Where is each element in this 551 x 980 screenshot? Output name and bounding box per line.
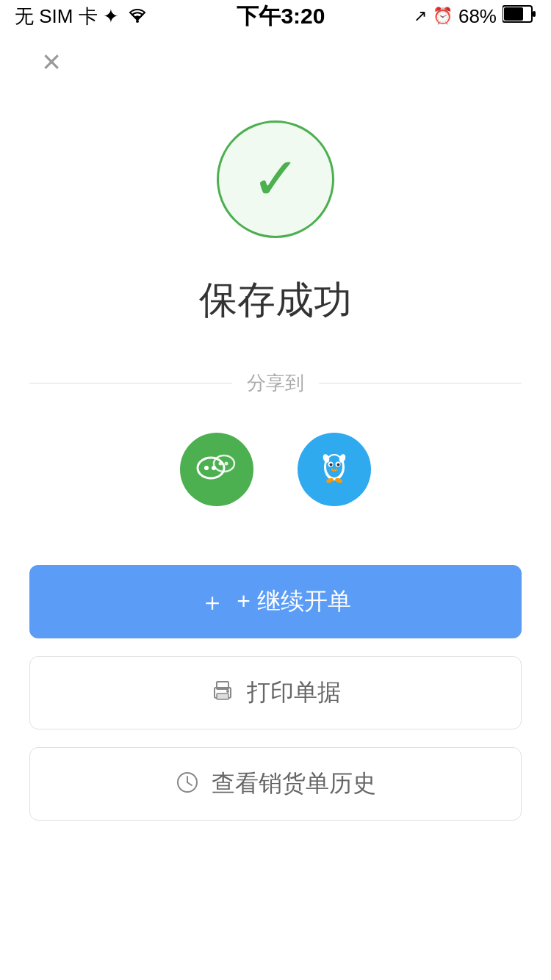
wechat-share-button[interactable] <box>180 433 253 506</box>
clock-icon <box>175 770 200 799</box>
battery-icon <box>503 5 536 28</box>
svg-rect-21 <box>217 693 228 699</box>
status-left: 无 SIM 卡 ✦ <box>15 4 148 29</box>
print-button[interactable]: 打印单据 <box>29 656 522 729</box>
status-bar: 无 SIM 卡 ✦ 下午3:20 ↗ ⏰ 68% <box>0 0 551 32</box>
svg-rect-2 <box>504 7 523 21</box>
svg-point-15 <box>337 464 340 466</box>
history-button[interactable]: 查看销货单历史 <box>29 747 522 821</box>
svg-point-0 <box>136 20 139 23</box>
continue-button[interactable]: ＋ + 继续开单 <box>29 565 522 638</box>
wifi-icon <box>126 5 148 28</box>
print-label: 打印单据 <box>247 677 341 709</box>
svg-rect-3 <box>533 11 536 17</box>
share-icons-row <box>180 433 371 506</box>
svg-point-4 <box>198 458 224 478</box>
svg-point-5 <box>204 466 209 470</box>
share-divider: 分享到 <box>29 370 522 396</box>
svg-point-23 <box>226 690 229 693</box>
printer-icon <box>210 679 235 707</box>
battery-label: 68% <box>458 5 497 28</box>
divider-line-right <box>319 383 522 383</box>
checkmark-icon: ✓ <box>251 150 300 209</box>
continue-label: + 继续开单 <box>237 586 351 618</box>
no-sim-label: 无 SIM 卡 ✦ <box>15 4 119 29</box>
share-label: 分享到 <box>247 370 304 396</box>
success-circle: ✓ <box>217 120 334 238</box>
success-title: 保存成功 <box>199 275 352 326</box>
svg-point-14 <box>330 464 333 466</box>
svg-point-8 <box>219 462 223 466</box>
wechat-icon <box>195 447 239 491</box>
qq-icon <box>313 448 356 491</box>
alarm-icon: ⏰ <box>433 7 453 26</box>
location-icon: ↗ <box>414 7 427 26</box>
qq-share-button[interactable] <box>298 433 371 506</box>
divider-line-left <box>29 383 232 383</box>
history-label: 查看销货单历史 <box>212 768 376 800</box>
svg-line-26 <box>187 782 192 785</box>
action-buttons: ＋ + 继续开单 打印单据 <box>29 565 522 821</box>
plus-icon: ＋ <box>200 589 225 614</box>
status-right: ↗ ⏰ 68% <box>414 5 536 28</box>
status-time: 下午3:20 <box>237 1 325 32</box>
main-content: ✓ 保存成功 分享到 <box>0 32 551 980</box>
svg-point-9 <box>225 462 228 466</box>
